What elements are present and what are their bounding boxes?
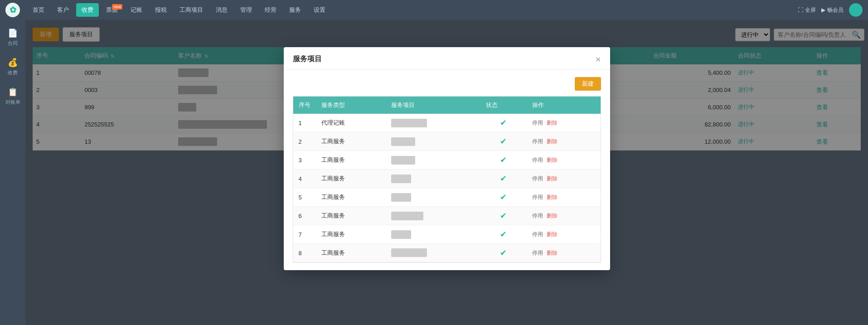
modal-cell-status: ✔	[480, 244, 527, 262]
nav-item-operation[interactable]: 经营	[259, 3, 282, 17]
modal-table-row: 8 工商服务 ████注册 ✔ 停用 删除	[293, 244, 601, 262]
modal-cell-seq: 5	[293, 188, 316, 207]
delete-button[interactable]: 删除	[547, 119, 558, 127]
modal-cell-type: 工商服务	[316, 244, 386, 262]
nav-item-bookkeeping[interactable]: 记账	[125, 3, 148, 17]
modal-table-row: 7 工商服务 ███ ✔ 停用 删除	[293, 225, 601, 244]
stop-button[interactable]: 停用	[532, 231, 543, 238]
delete-button[interactable]: 删除	[547, 231, 558, 238]
modal-cell-actions: 停用 删除	[527, 132, 601, 151]
avatar[interactable]	[849, 3, 863, 17]
modal-table-wrap[interactable]: 序号 服务类型 服务项目 状态 操作 1 代理记账 ██████1 ✔	[293, 96, 601, 263]
stop-button[interactable]: 停用	[532, 249, 543, 257]
modal-cell-type: 代理记账	[316, 114, 386, 132]
nav-item-invoice[interactable]: 票据 new	[101, 3, 123, 17]
logo-icon: ✿	[10, 5, 16, 15]
modal-cell-actions: 停用 删除	[527, 151, 601, 170]
fullscreen-button[interactable]: ⛶ 全屏	[798, 6, 816, 14]
reconcile-icon: 📋	[8, 87, 18, 97]
modal-row-actions: 停用 删除	[532, 231, 595, 238]
modal-body: 新建 序号 服务类型 服务项目 状态 操作	[284, 70, 610, 270]
sidebar-item-fee[interactable]: 💰 收费	[0, 53, 25, 81]
member-button[interactable]: ▶ 畅会员	[821, 6, 844, 14]
nav-right: ⛶ 全屏 ▶ 畅会员	[798, 3, 863, 17]
status-circle-icon: ✔	[486, 211, 521, 221]
main-layout: 📄 合同 💰 收费 📋 对账单 新增 服务项目 进行中 🔍	[0, 20, 868, 325]
nav-item-bizproject[interactable]: 工商项目	[174, 3, 209, 17]
stop-button[interactable]: 停用	[532, 119, 543, 127]
nav-item-message[interactable]: 消息	[210, 3, 233, 17]
modal-col-status: 状态	[480, 97, 527, 114]
top-navigation: ✿ 首页 客户 收费 票据 new 记账 报税 工商项目 消息 管理 经营 服务…	[0, 0, 868, 20]
modal-cell-type: 工商服务	[316, 170, 386, 188]
sidebar: 📄 合同 💰 收费 📋 对账单	[0, 20, 25, 325]
nav-items: 首页 客户 收费 票据 new 记账 报税 工商项目 消息 管理 经营 服务 设…	[27, 3, 798, 17]
stop-button[interactable]: 停用	[532, 194, 543, 201]
modal-cell-type: 工商服务	[316, 225, 386, 244]
stop-button[interactable]: 停用	[532, 138, 543, 146]
delete-button[interactable]: 删除	[547, 138, 558, 146]
nav-item-service[interactable]: 服务	[284, 3, 306, 17]
modal-cell-actions: 停用 删除	[527, 188, 601, 207]
service-modal: 服务项目 × 新建 序号 服务类型 服务项目	[284, 47, 610, 270]
modal-new-button[interactable]: 新建	[575, 77, 601, 91]
sidebar-item-contract[interactable]: 📄 合同	[0, 24, 25, 51]
new-badge: new	[112, 4, 122, 10]
stop-button[interactable]: 停用	[532, 212, 543, 220]
modal-table-row: 1 代理记账 ██████1 ✔ 停用 删除	[293, 114, 601, 132]
delete-button[interactable]: 删除	[547, 194, 558, 201]
modal-cell-type: 工商服务	[316, 151, 386, 170]
nav-item-fee[interactable]: 收费	[76, 3, 99, 17]
delete-button[interactable]: 删除	[547, 249, 558, 257]
modal-close-button[interactable]: ×	[596, 55, 601, 64]
modal-cell-seq: 8	[293, 244, 316, 262]
delete-button[interactable]: 删除	[547, 175, 558, 183]
modal-table-row: 6 工商服务 ██████ ✔ 停用 删除	[293, 207, 601, 225]
nav-item-home[interactable]: 首页	[27, 3, 50, 17]
sidebar-item-reconcile[interactable]: 📋 对账单	[0, 82, 25, 110]
modal-cell-seq: 3	[293, 151, 316, 170]
modal-cell-item: ███	[386, 225, 480, 244]
modal-col-action: 操作	[527, 97, 601, 114]
stop-button[interactable]: 停用	[532, 156, 543, 164]
nav-item-client[interactable]: 客户	[52, 3, 74, 17]
modal-cell-type: 工商服务	[316, 207, 386, 225]
status-circle-icon: ✔	[486, 229, 521, 239]
modal-cell-status: ✔	[480, 207, 527, 225]
status-circle-icon: ✔	[486, 136, 521, 146]
logo[interactable]: ✿	[5, 3, 20, 17]
modal-cell-type: 工商服务	[316, 132, 386, 151]
modal-header: 服务项目 ×	[284, 47, 610, 70]
stop-button[interactable]: 停用	[532, 175, 543, 183]
nav-item-tax[interactable]: 报税	[150, 3, 172, 17]
delete-button[interactable]: 删除	[547, 156, 558, 164]
modal-cell-item: ████	[386, 132, 480, 151]
modal-col-type: 服务类型	[316, 97, 386, 114]
modal-cell-actions: 停用 删除	[527, 207, 601, 225]
modal-row-actions: 停用 删除	[532, 249, 595, 257]
modal-service-table: 序号 服务类型 服务项目 状态 操作 1 代理记账 ██████1 ✔	[293, 97, 601, 262]
modal-row-actions: 停用 删除	[532, 175, 595, 183]
nav-item-manage[interactable]: 管理	[235, 3, 257, 17]
modal-row-actions: 停用 删除	[532, 194, 595, 201]
status-circle-icon: ✔	[486, 118, 521, 128]
modal-cell-actions: 停用 删除	[527, 170, 601, 188]
modal-row-actions: 停用 删除	[532, 138, 595, 146]
member-icon: ▶	[821, 7, 825, 13]
modal-cell-seq: 6	[293, 207, 316, 225]
modal-col-seq: 序号	[293, 97, 316, 114]
status-circle-icon: ✔	[486, 155, 521, 165]
modal-row-actions: 停用 删除	[532, 212, 595, 220]
modal-cell-item: ███	[386, 170, 480, 188]
modal-cell-status: ✔	[480, 132, 527, 151]
nav-item-settings[interactable]: 设置	[308, 3, 331, 17]
modal-row-actions: 停用 删除	[532, 119, 595, 127]
modal-cell-item: ███	[386, 188, 480, 207]
modal-cell-status: ✔	[480, 188, 527, 207]
modal-cell-status: ✔	[480, 170, 527, 188]
main-content: 新增 服务项目 进行中 🔍 序号 合同编码	[25, 20, 868, 325]
modal-cell-actions: 停用 删除	[527, 114, 601, 132]
modal-cell-item: ████注册	[386, 244, 480, 262]
delete-button[interactable]: 删除	[547, 212, 558, 220]
modal-cell-item: ██████	[386, 207, 480, 225]
